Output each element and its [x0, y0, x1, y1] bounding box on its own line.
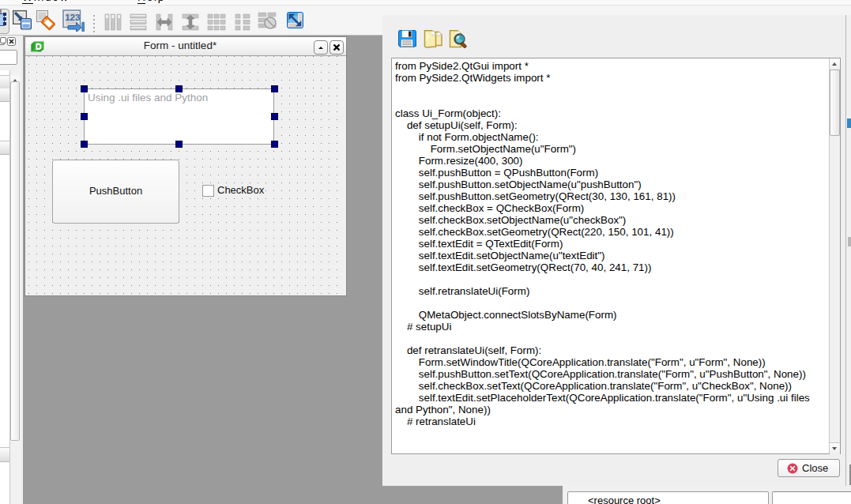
svg-text:123: 123: [65, 13, 80, 22]
